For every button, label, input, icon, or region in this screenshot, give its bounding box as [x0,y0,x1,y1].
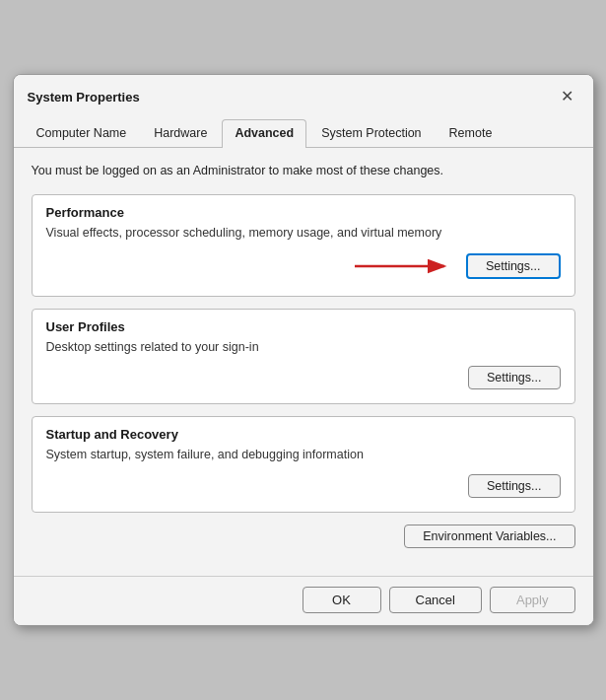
tab-bar: Computer Name Hardware Advanced System P… [14,114,593,148]
title-bar: System Properties ✕ [14,75,593,114]
performance-settings-button[interactable]: Settings... [466,253,561,279]
performance-section: Performance Visual effects, processor sc… [32,194,575,297]
apply-button[interactable]: Apply [490,587,575,613]
startup-recovery-section: Startup and Recovery System startup, sys… [32,416,575,513]
tab-system-protection[interactable]: System Protection [308,119,434,148]
tab-computer-name[interactable]: Computer Name [24,119,140,148]
user-profiles-footer: Settings... [46,366,561,389]
user-profiles-desc: Desktop settings related to your sign-in [46,338,561,357]
close-button[interactable]: ✕ [556,85,579,108]
startup-recovery-title: Startup and Recovery [46,427,561,442]
tab-remote[interactable]: Remote [437,119,505,148]
system-properties-dialog: System Properties ✕ Computer Name Hardwa… [13,74,594,626]
user-profiles-section: User Profiles Desktop settings related t… [32,309,575,405]
admin-note: You must be logged on as an Administrato… [32,162,575,180]
tab-hardware[interactable]: Hardware [141,119,220,148]
user-profiles-title: User Profiles [46,319,561,334]
tab-advanced[interactable]: Advanced [222,119,306,148]
dialog-footer: OK Cancel Apply [14,576,593,625]
ok-button[interactable]: OK [303,587,381,613]
performance-desc: Visual effects, processor scheduling, me… [46,224,561,243]
environment-variables-button[interactable]: Environment Variables... [404,525,574,548]
red-arrow-icon [350,252,458,280]
performance-title: Performance [46,205,561,220]
performance-arrow-area: Settings... [46,252,561,280]
tab-content: You must be logged on as an Administrato… [14,148,593,576]
user-profiles-settings-button[interactable]: Settings... [468,366,561,389]
env-vars-row: Environment Variables... [32,525,575,548]
startup-recovery-footer: Settings... [46,474,561,498]
dialog-title: System Properties [28,90,140,105]
cancel-button[interactable]: Cancel [389,587,482,613]
startup-recovery-desc: System startup, system failure, and debu… [46,446,561,464]
startup-recovery-settings-button[interactable]: Settings... [468,474,561,498]
